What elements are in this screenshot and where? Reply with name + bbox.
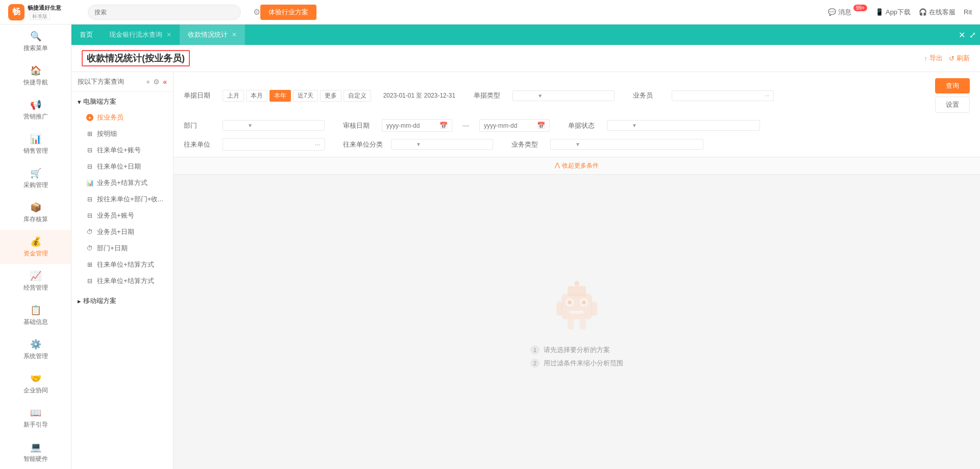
partner-type-select[interactable]: ▼ (391, 139, 493, 150)
sidebar-item-finance[interactable]: 💰 资金管理 (0, 230, 71, 264)
partner-dots[interactable]: ··· (314, 140, 320, 148)
biz-type-label: 业务类型 (511, 140, 542, 149)
collapse-panel-icon[interactable]: « (163, 78, 167, 86)
scheme-group-mobile: ▸ 移动端方案 (71, 291, 173, 311)
tab-expand-icon[interactable]: ⤢ (969, 30, 976, 40)
tab-bank-close[interactable]: ✕ (166, 31, 172, 38)
salesman-account-label: 业务员+账号 (97, 211, 134, 220)
scheme-item-salesman-date[interactable]: ⏱ 业务员+日期 (71, 224, 173, 240)
scheme-item-unit-settle1[interactable]: ⊞ 往来单位+结算方式 (71, 256, 173, 273)
scheme-item-unit-account[interactable]: ⊟ 往来单位+账号 (71, 142, 173, 158)
logo-icon: 畅 (8, 4, 24, 20)
partner-input[interactable]: ··· (223, 138, 325, 151)
unit-date-label: 往来单位+日期 (97, 162, 141, 171)
scheme-settings-icon[interactable]: ⚙ (153, 78, 160, 86)
doc-status-label: 单据状态 (568, 121, 599, 130)
sidebar-item-sales[interactable]: 📊 销售管理 (0, 127, 71, 161)
scheme-item-unit-date[interactable]: ⊟ 往来单位+日期 (71, 158, 173, 175)
dept-date-label: 部门+日期 (97, 244, 128, 253)
scheme-item-by-detail[interactable]: ⊞ 按明细 (71, 126, 173, 142)
gear-btn[interactable]: ⚙ (253, 7, 260, 17)
doc-type-select[interactable]: ▼ (512, 90, 615, 101)
tab-collection[interactable]: 收款情况统计 ✕ (180, 25, 245, 45)
sidebar-item-system[interactable]: ⚙️ 系统管理 (0, 333, 71, 367)
sidebar-item-guide[interactable]: 📖 新手引导 (0, 401, 71, 435)
scheme-item-dept-date[interactable]: ⏱ 部门+日期 (71, 240, 173, 256)
review-date-from[interactable]: 📅 (382, 119, 452, 132)
step-num-2: 2 (530, 359, 540, 368)
group-arrow-mobile: ▸ (78, 297, 81, 305)
query-actions: 查询 设置 (935, 78, 970, 113)
salesman-input[interactable]: ··· (672, 90, 774, 101)
unit-dept-col-icon: ⊟ (86, 195, 94, 203)
this-month-btn[interactable]: 本月 (246, 90, 267, 102)
custom-btn[interactable]: 自定义 (344, 90, 371, 102)
app-icon: 📱 (875, 8, 884, 16)
settings-btn[interactable]: 设置 (935, 97, 970, 113)
trial-btn[interactable]: 体验行业方案 (260, 5, 316, 20)
add-scheme-icon[interactable]: + (146, 78, 150, 86)
sidebar-item-hardware[interactable]: 💻 智能硬件 (0, 435, 71, 469)
review-date-to-input[interactable] (484, 122, 535, 129)
sidebar-item-search[interactable]: 🔍 搜索菜单 (0, 25, 71, 59)
salesman-more: ··· (765, 93, 769, 99)
date-range-text: 2023-01-01 至 2023-12-31 (383, 91, 455, 100)
biz-type-select[interactable]: ▼ (550, 139, 703, 150)
scheme-group-header-desktop[interactable]: ▾ 电脑端方案 (71, 94, 173, 109)
empty-state: 1 请先选择要分析的方案 2 用过滤条件来缩小分析范围 (174, 175, 980, 469)
tab-close-all-icon[interactable]: ✕ (959, 30, 965, 40)
more-btn[interactable]: 更多 (320, 90, 341, 102)
scheme-item-unit-dept-col[interactable]: ⊟ 按往来单位+部门+收... (71, 191, 173, 207)
step-2-text: 用过滤条件来缩小分析范围 (544, 359, 623, 368)
this-year-btn[interactable]: 本年 (270, 90, 291, 102)
online-service-btn[interactable]: 🎧 在线客服 (919, 8, 955, 17)
sidebar-item-inventory[interactable]: 📦 库存核算 (0, 196, 71, 230)
message-btn[interactable]: 💬 消息 99+ (828, 8, 867, 17)
unit-settle2-icon: ⊟ (86, 277, 94, 285)
review-date-to[interactable]: 📅 (479, 119, 550, 132)
doc-status-select[interactable]: ▼ (607, 120, 760, 131)
query-btn[interactable]: 查询 (935, 78, 970, 93)
app-download-btn[interactable]: 📱 App下载 (875, 8, 911, 17)
sidebar-item-quick-nav[interactable]: 🏠 快捷导航 (0, 59, 71, 93)
scheme-item-salesman-account[interactable]: ⊟ 业务员+账号 (71, 207, 173, 224)
refresh-label: 刷新 (957, 54, 970, 63)
sidebar-item-enterprise[interactable]: 🤝 企业协同 (0, 367, 71, 401)
tab-collection-close[interactable]: ✕ (232, 31, 237, 38)
tab-home[interactable]: 首页 (71, 25, 101, 45)
page-actions: ↑ 导出 ↺ 刷新 (924, 54, 970, 63)
scheme-item-unit-settle2[interactable]: ⊟ 往来单位+结算方式 (71, 273, 173, 289)
standard-badge: 标准版 (30, 12, 50, 20)
sidebar-item-business[interactable]: 📈 经营管理 (0, 264, 71, 298)
sidebar-item-marketing[interactable]: 📢 营销推广 (0, 93, 71, 127)
search-input[interactable] (88, 5, 241, 20)
main-layout: 🔍 搜索菜单 🏠 快捷导航 📢 营销推广 📊 销售管理 🛒 采购管理 📦 库存核… (0, 25, 980, 469)
finance-icon: 💰 (30, 236, 41, 247)
review-date-from-input[interactable] (386, 122, 437, 129)
last-7days-btn[interactable]: 近7天 (293, 90, 318, 102)
dept-select[interactable]: ▼ (223, 120, 325, 131)
prev-month-btn[interactable]: 上月 (223, 90, 244, 102)
sidebar-item-purchase[interactable]: 🛒 采购管理 (0, 161, 71, 196)
svg-point-2 (574, 281, 579, 286)
date-label: 单据日期 (184, 91, 214, 100)
unit-settle1-icon: ⊞ (86, 261, 94, 269)
app-download-label: App下载 (886, 8, 911, 17)
page-title: 收款情况统计(按业务员) (82, 50, 190, 66)
by-salesman-icon: ● (86, 113, 94, 122)
scheme-item-salesman-settle[interactable]: 📊 业务员+结算方式 (71, 175, 173, 191)
tab-bank[interactable]: 现金银行流水查询 ✕ (101, 25, 180, 45)
scheme-item-by-salesman[interactable]: ● 按业务员 (71, 109, 173, 126)
user-name[interactable]: Rit (964, 8, 972, 16)
empty-step-2: 2 用过滤条件来缩小分析范围 (530, 359, 623, 368)
collapse-bar[interactable]: ⋀ 收起更多条件 (174, 157, 980, 175)
salesman-date-icon: ⏱ (86, 228, 94, 236)
system-icon: ⚙️ (30, 339, 41, 350)
refresh-btn[interactable]: ↺ 刷新 (949, 54, 970, 63)
marketing-icon: 📢 (30, 99, 41, 110)
calendar-icon-2: 📅 (537, 122, 545, 129)
sidebar-item-basic[interactable]: 📋 基础信息 (0, 298, 71, 333)
system-label: 系统管理 (23, 352, 48, 361)
export-btn[interactable]: ↑ 导出 (924, 54, 943, 63)
scheme-group-header-mobile[interactable]: ▸ 移动端方案 (71, 293, 173, 309)
